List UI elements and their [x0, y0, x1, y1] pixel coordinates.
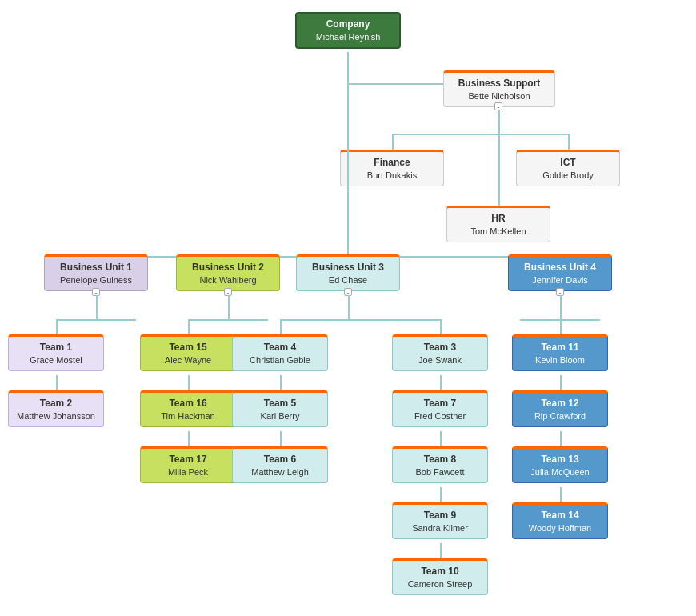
team10-node[interactable]: Team 10 Cameron Streep [392, 558, 488, 595]
team13-title: Team 13 [519, 454, 601, 466]
team17-node[interactable]: Team 17 Milla Peck [140, 446, 236, 483]
team12-sub: Rip Crawford [519, 410, 601, 422]
bu2-title: Business Unit 2 [183, 262, 273, 274]
team8-node[interactable]: Team 8 Bob Fawcett [392, 446, 488, 483]
ict-sub: Goldie Brody [523, 170, 613, 181]
team16-sub: Tim Hackman [147, 410, 229, 422]
team17-sub: Milla Peck [147, 466, 229, 478]
finance-node[interactable]: Finance Burt Dukakis [340, 150, 444, 186]
team10-sub: Cameron Streep [399, 578, 481, 590]
team8-title: Team 8 [399, 454, 481, 466]
team15-sub: Alec Wayne [147, 354, 229, 366]
team5-sub: Karl Berry [239, 410, 321, 422]
team9-sub: Sandra Kilmer [399, 522, 481, 534]
ict-node[interactable]: ICT Goldie Brody [516, 150, 620, 186]
team15-title: Team 15 [147, 342, 229, 354]
team7-node[interactable]: Team 7 Fred Costner [392, 390, 488, 427]
bs-sub: Bette Nicholson [450, 90, 548, 102]
team2-node[interactable]: Team 2 Matthew Johansson [8, 390, 104, 427]
team17-title: Team 17 [147, 454, 229, 466]
team1-sub: Grace Mostel [15, 354, 97, 366]
bu3-node[interactable]: Business Unit 3 Ed Chase [296, 254, 400, 291]
team13-node[interactable]: Team 13 Julia McQueen [512, 446, 608, 483]
team14-node[interactable]: Team 14 Woody Hoffman [512, 502, 608, 539]
team14-sub: Woody Hoffman [519, 522, 601, 534]
team13-sub: Julia McQueen [519, 466, 601, 478]
team3-sub: Joe Swank [399, 354, 481, 366]
bu2-sub: Nick Wahlberg [183, 274, 273, 286]
finance-title: Finance [347, 157, 437, 170]
hr-sub: Tom McKellen [454, 226, 543, 237]
team4-node[interactable]: Team 4 Christian Gable [232, 334, 328, 371]
team14-title: Team 14 [519, 510, 601, 522]
team15-node[interactable]: Team 15 Alec Wayne [140, 334, 236, 371]
team9-node[interactable]: Team 9 Sandra Kilmer [392, 502, 488, 539]
team16-node[interactable]: Team 16 Tim Hackman [140, 390, 236, 427]
bu1-node[interactable]: Business Unit 1 Penelope Guiness [44, 254, 148, 291]
finance-sub: Burt Dukakis [347, 170, 437, 181]
bs-title: Business Support [450, 78, 548, 90]
bu4-title: Business Unit 4 [515, 262, 605, 274]
company-node[interactable]: Company Michael Reynish [295, 12, 401, 49]
team1-title: Team 1 [15, 342, 97, 354]
team8-sub: Bob Fawcett [399, 466, 481, 478]
team10-title: Team 10 [399, 566, 481, 578]
business-support-node[interactable]: Business Support Bette Nicholson [443, 70, 555, 107]
team6-node[interactable]: Team 6 Matthew Leigh [232, 446, 328, 483]
bu3-title: Business Unit 3 [303, 262, 393, 274]
team12-title: Team 12 [519, 398, 601, 410]
org-chart: Company Michael Reynish Business Support… [0, 0, 696, 24]
bu4-sub: Jennifer Davis [515, 274, 605, 286]
hr-node[interactable]: HR Tom McKellen [446, 206, 550, 242]
bu2-node[interactable]: Business Unit 2 Nick Wahlberg [176, 254, 280, 291]
team11-sub: Kevin Bloom [519, 354, 601, 366]
team2-sub: Matthew Johansson [15, 410, 97, 422]
team7-title: Team 7 [399, 398, 481, 410]
team3-title: Team 3 [399, 342, 481, 354]
bu3-sub: Ed Chase [303, 274, 393, 286]
team5-node[interactable]: Team 5 Karl Berry [232, 390, 328, 427]
team2-title: Team 2 [15, 398, 97, 410]
hr-title: HR [454, 213, 543, 226]
team7-sub: Fred Costner [399, 410, 481, 422]
ict-title: ICT [523, 157, 613, 170]
bu4-node[interactable]: Business Unit 4 Jennifer Davis [508, 254, 612, 291]
bu1-title: Business Unit 1 [51, 262, 141, 274]
team1-node[interactable]: Team 1 Grace Mostel [8, 334, 104, 371]
team16-title: Team 16 [147, 398, 229, 410]
team12-node[interactable]: Team 12 Rip Crawford [512, 390, 608, 427]
team5-title: Team 5 [239, 398, 321, 410]
team3-node[interactable]: Team 3 Joe Swank [392, 334, 488, 371]
team11-node[interactable]: Team 11 Kevin Bloom [512, 334, 608, 371]
team6-sub: Matthew Leigh [239, 466, 321, 478]
company-sub: Michael Reynish [303, 31, 393, 42]
team9-title: Team 9 [399, 510, 481, 522]
team6-title: Team 6 [239, 454, 321, 466]
team4-sub: Christian Gable [239, 354, 321, 366]
bu1-sub: Penelope Guiness [51, 274, 141, 286]
team4-title: Team 4 [239, 342, 321, 354]
team11-title: Team 11 [519, 342, 601, 354]
company-title: Company [303, 18, 393, 31]
